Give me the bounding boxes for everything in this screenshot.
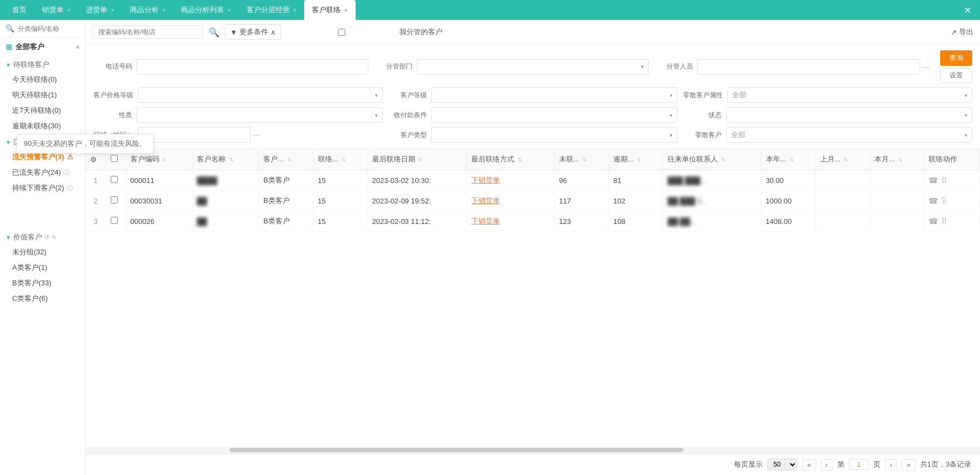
last-month-amount-cell (815, 211, 869, 232)
more-action-icon[interactable]: ⠿ (941, 196, 947, 205)
sidebar-item-7days[interactable]: 近7天待联络(0) (0, 103, 85, 118)
refresh-icon[interactable]: ↺ (44, 234, 49, 241)
filter-icon: ▼ (230, 28, 237, 36)
edit-icon[interactable]: ✎ (51, 234, 56, 241)
sidebar-item-overdue[interactable]: 逾期未联络(30) (0, 118, 85, 134)
close-icon[interactable]: × (293, 7, 296, 13)
tab-analysis[interactable]: 商品分析 × (122, 0, 173, 20)
contact-way-link[interactable]: 下销货单 (471, 176, 500, 184)
tab-customer-layer[interactable]: 客户分层经营 × (239, 0, 304, 20)
contact-way-link[interactable]: 下销货单 (471, 196, 500, 205)
customer-type-field: 客户类型 ▾ (388, 127, 677, 143)
close-icon[interactable]: × (344, 7, 347, 13)
more-conditions-button[interactable]: ▼ 更多条件 ∧ (225, 24, 281, 40)
next-page-button[interactable]: › (885, 459, 897, 471)
more-action-icon[interactable]: ⠿ (941, 217, 947, 226)
row-checkbox[interactable] (111, 176, 118, 183)
price-level-select[interactable]: ▾ (138, 87, 383, 103)
table-row: 3 000026 ██ B类客户 15 2023-02-03 11:12: 下销… (86, 211, 980, 232)
contact-way-link[interactable]: 下销货单 (471, 217, 500, 225)
action-icons: ☎ ⠿ (929, 217, 975, 226)
row-checkbox-cell[interactable] (106, 211, 126, 232)
customer-table: ⚙ 客户编码 ⇅ 客户名称 ⇅ (86, 149, 980, 232)
sort-icon: ⇅ (341, 156, 346, 163)
first-page-button[interactable]: « (802, 459, 816, 471)
sidebar-item-c-class[interactable]: C类客户(6) (0, 291, 85, 306)
row-checkbox-cell[interactable] (106, 170, 126, 191)
export-button[interactable]: ↗ 导出 (951, 27, 973, 37)
sidebar-search-input[interactable] (18, 25, 80, 33)
settings-button[interactable]: 设置 (940, 68, 972, 83)
staff-select[interactable] (697, 59, 920, 75)
phone-input[interactable] (137, 59, 368, 75)
tab-purchase[interactable]: 进货单 × (78, 0, 122, 20)
last-contact-way-cell: 下销货单 (467, 211, 554, 232)
filter-row-2: 客户价格等级 ▾ 客户等级 ▾ 零散客户属性 全部 (93, 87, 972, 103)
tab-home[interactable]: 首页 (4, 0, 34, 20)
more-action-icon[interactable]: ⠿ (941, 176, 947, 185)
sidebar-item-today[interactable]: 今天待联络(0) (0, 72, 85, 87)
last-contact-way-cell: 下销货单 (467, 191, 554, 211)
last-page-button[interactable]: » (901, 459, 915, 471)
retail-customer-select[interactable]: 全部 ▾ (726, 127, 972, 143)
contact-action-icon[interactable]: ☎ (929, 196, 938, 205)
scrollbar-thumb[interactable] (230, 448, 683, 452)
contact-action-icon[interactable]: ☎ (929, 176, 938, 185)
sort-icon: ⇅ (898, 156, 903, 163)
my-customers-checkbox-label[interactable]: 我分管的客户 (286, 27, 442, 37)
chevron-icon: ∧ (270, 28, 276, 36)
gender-select[interactable]: ▾ (137, 107, 383, 123)
phone-label: 电话号码 (93, 62, 132, 71)
page-size-select[interactable]: 50 100 200 (767, 458, 797, 471)
sidebar-item-a-class[interactable]: A类客户(1) (0, 260, 85, 275)
action-cell: ☎ ⠿ (924, 170, 980, 191)
row-checkbox[interactable] (111, 217, 118, 224)
sidebar-group-pending[interactable]: ▼ 待联络客户 (0, 56, 85, 72)
tab-sales[interactable]: 销货单 × (34, 0, 78, 20)
row-checkbox[interactable] (111, 196, 118, 203)
retail-attr-select[interactable]: 全部 ▾ (727, 87, 972, 103)
more-options-icon[interactable]: ··· (922, 62, 929, 71)
close-icon[interactable]: × (67, 7, 70, 13)
sort-icon: ⇅ (418, 156, 423, 163)
sidebar-group-value[interactable]: ▼ 价值客户 ↺ ✎ (0, 229, 85, 244)
dept-label: 分管部门 (374, 62, 413, 71)
query-button[interactable]: 查询 (940, 50, 972, 66)
close-icon[interactable]: × (111, 7, 114, 13)
chevron-down-icon: ▾ (375, 92, 378, 98)
window-close-button[interactable]: ✕ (960, 5, 976, 15)
select-all-checkbox[interactable] (111, 155, 118, 162)
sidebar-item-unclassified[interactable]: 未分组(32) (0, 244, 85, 260)
payment-select[interactable]: ▾ (431, 107, 677, 123)
all-customers-header[interactable]: ⊞ 全部客户 « (0, 38, 85, 56)
close-icon[interactable]: × (227, 7, 231, 13)
unit-contact-cell: ██ ███ 3... (663, 191, 761, 211)
page-number-input[interactable] (849, 459, 869, 470)
my-customers-checkbox[interactable] (286, 29, 397, 36)
this-month-amount-cell (870, 211, 924, 232)
gender-label: 性质 (93, 111, 132, 120)
customer-level-select[interactable]: ▾ (431, 87, 677, 103)
dept-field: 分管部门 ▾ (374, 59, 649, 75)
sort-icon: ⇅ (287, 156, 291, 163)
sidebar-item-churned[interactable]: 已流失客户(24) ⓘ (0, 165, 85, 180)
tab-customer-contact[interactable]: 客户联络 × (304, 0, 355, 20)
status-select[interactable]: ▾ (726, 107, 972, 123)
close-icon[interactable]: × (162, 7, 165, 13)
sidebar-item-b-class[interactable]: B类客户(33) (0, 275, 85, 291)
sidebar-item-tomorrow[interactable]: 明天待联络(1) (0, 87, 85, 103)
region-input[interactable] (138, 127, 251, 143)
col-this-year: 本年... ⇅ (761, 149, 815, 170)
dept-select[interactable]: ▾ (417, 59, 649, 75)
contact-action-icon[interactable]: ☎ (929, 217, 938, 226)
more-options-icon[interactable]: ··· (253, 131, 259, 139)
tab-analysis-list[interactable]: 商品分析列表 × (173, 0, 238, 20)
customer-type-select[interactable]: ▾ (431, 127, 677, 143)
sidebar-item-declining[interactable]: 持续下滑客户(2) ⓘ (0, 180, 85, 196)
prev-page-button[interactable]: ‹ (821, 459, 833, 471)
horizontal-scrollbar[interactable] (86, 447, 980, 453)
search-input[interactable] (92, 25, 203, 39)
filter-row-3: 性质 ▾ 收付款条件 ▾ 状态 (93, 107, 972, 123)
settings-icon[interactable]: ⚙ (90, 155, 97, 164)
row-checkbox-cell[interactable] (106, 191, 126, 211)
